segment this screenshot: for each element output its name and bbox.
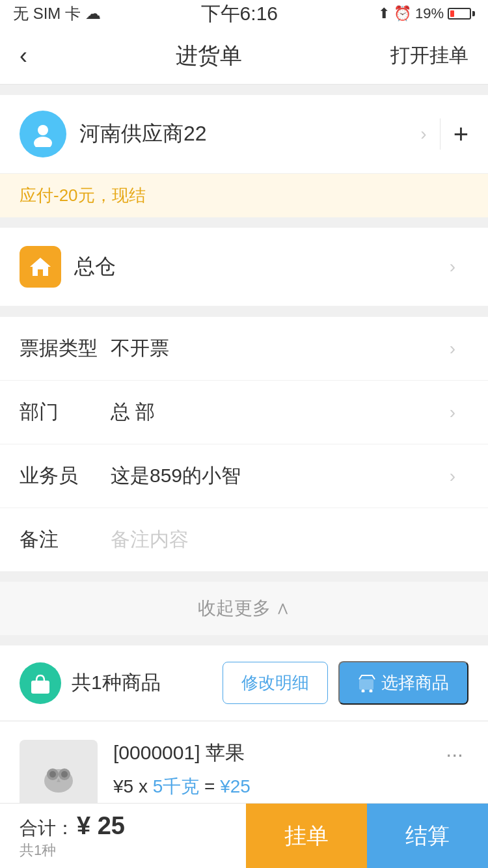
add-supplier-button[interactable]: +: [454, 120, 468, 149]
supplier-section: 河南供应商22 › + 应付-20元，现结: [0, 95, 488, 217]
supplier-row[interactable]: 河南供应商22 › +: [0, 95, 488, 174]
user-icon: [30, 121, 56, 147]
divider-top: [0, 85, 488, 95]
collapse-button[interactable]: 收起更多 ∧: [0, 582, 488, 635]
back-button[interactable]: ‹: [20, 42, 27, 70]
edit-detail-button[interactable]: 修改明细: [223, 662, 328, 704]
checkout-button[interactable]: 结算: [367, 804, 488, 869]
product-quantity: 5千克: [153, 776, 200, 796]
status-left: 无 SIM 卡 ☁: [13, 3, 101, 24]
salesperson-label: 业务员: [20, 463, 111, 489]
warehouse-name: 总仓: [74, 252, 450, 281]
form-section: 票据类型 不开票 › 部门 总 部 › 业务员 这是859的小智 › 备注 备注…: [0, 316, 488, 571]
product-name: [0000001] 苹果: [113, 740, 441, 766]
location-icon: ⬆: [378, 5, 390, 22]
remark-row[interactable]: 备注 备注内容: [0, 508, 488, 571]
hang-button[interactable]: 挂单: [246, 804, 367, 869]
invoice-type-row[interactable]: 票据类型 不开票 ›: [0, 316, 488, 380]
no-sim-text: 无 SIM 卡 ☁: [13, 3, 101, 24]
department-value: 总 部: [111, 399, 450, 426]
svg-point-1: [34, 137, 52, 147]
supplier-divider: [440, 118, 441, 150]
divider-products: [0, 635, 488, 645]
total-amount: ¥ 25: [77, 812, 125, 840]
product-unit-price: ¥5: [113, 776, 133, 796]
svg-point-0: [38, 125, 48, 135]
svg-marker-2: [30, 258, 51, 276]
department-label: 部门: [20, 399, 111, 426]
invoice-type-chevron-icon: ›: [450, 338, 455, 359]
product-equals: =: [204, 776, 220, 796]
total-label: 合计：: [20, 816, 74, 841]
svg-rect-3: [31, 681, 49, 694]
salesperson-chevron-icon: ›: [450, 466, 455, 487]
salesperson-row[interactable]: 业务员 这是859的小智 ›: [0, 444, 488, 508]
products-header: 共1种商品 修改明细 选择商品: [0, 645, 488, 721]
supplier-avatar: [20, 111, 66, 157]
open-hang-button[interactable]: 打开挂单: [390, 42, 468, 69]
bottom-bar: 合计： ¥ 25 共1种 挂单 结算: [0, 803, 488, 868]
alarm-icon: ⏰: [394, 5, 411, 22]
product-title: 苹果: [206, 742, 245, 763]
invoice-type-label: 票据类型: [20, 335, 111, 362]
select-product-button[interactable]: 选择商品: [338, 661, 468, 705]
nav-bar: ‹ 进货单 打开挂单: [0, 27, 488, 85]
warehouse-icon: [20, 246, 61, 288]
total-area: 合计： ¥ 25 共1种: [0, 812, 246, 860]
supplier-name: 河南供应商22: [79, 120, 420, 148]
department-row[interactable]: 部门 总 部 ›: [0, 380, 488, 444]
supplier-notice: 应付-20元，现结: [0, 174, 488, 217]
svg-point-5: [362, 689, 365, 692]
battery-text: 19%: [415, 5, 444, 22]
invoice-type-value: 不开票: [111, 335, 450, 362]
status-bar: 无 SIM 卡 ☁ 下午6:16 ⬆ ⏰ 19%: [0, 0, 488, 27]
select-product-label: 选择商品: [381, 671, 449, 694]
svg-point-6: [370, 689, 373, 692]
products-icon: [20, 662, 61, 704]
product-more-button[interactable]: ···: [441, 740, 468, 769]
total-count: 共1种: [20, 841, 226, 860]
page-title: 进货单: [176, 41, 242, 71]
svg-point-11: [61, 771, 68, 778]
product-price: ¥5 x 5千克 = ¥25: [113, 774, 441, 799]
product-total: ¥25: [220, 776, 251, 796]
product-code: [0000001]: [113, 742, 200, 763]
status-right: ⬆ ⏰ 19%: [378, 5, 475, 22]
remark-label: 备注: [20, 526, 111, 553]
supplier-chevron-icon: ›: [420, 124, 426, 144]
cart-icon: [358, 674, 376, 692]
bag-icon: [29, 671, 52, 695]
svg-point-10: [49, 771, 56, 778]
remark-input[interactable]: 备注内容: [111, 526, 468, 553]
svg-rect-4: [359, 679, 373, 690]
department-chevron-icon: ›: [450, 402, 455, 423]
warehouse-chevron-icon: ›: [450, 256, 455, 277]
warehouse-row[interactable]: 总仓 ›: [0, 228, 488, 306]
battery-icon: [448, 8, 475, 20]
products-count: 共1种商品: [72, 670, 223, 696]
owl-logo: [36, 756, 81, 802]
home-icon: [29, 255, 52, 278]
product-info: [0000001] 苹果 ¥5 x 5千克 = ¥25: [113, 740, 441, 799]
warehouse-section: 总仓 ›: [0, 228, 488, 306]
product-multiply: x: [139, 776, 153, 796]
status-time: 下午6:16: [201, 1, 278, 27]
salesperson-value: 这是859的小智: [111, 463, 450, 489]
